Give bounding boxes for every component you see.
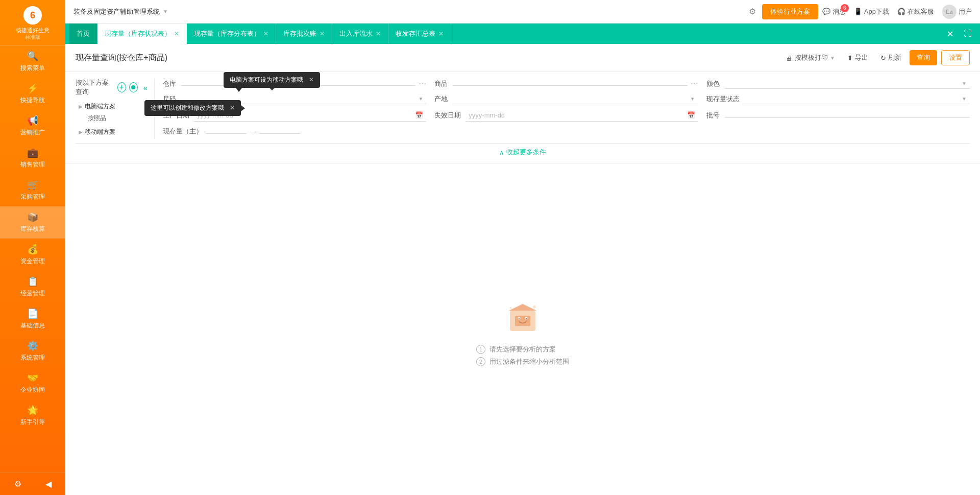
system-dropdown-arrow[interactable]: ▼ (163, 9, 168, 14)
warehouse-dots[interactable]: ··· (419, 78, 426, 89)
settings-bottom-btn[interactable]: ⚙ (12, 477, 23, 491)
mobile-expand-arrow: ▶ (79, 129, 83, 135)
expiry-date-label: 失效日期 (434, 111, 462, 120)
top-header: 装备及固定资产辅助管理系统 ▼ ⚙ 体验行业方案 💬 消息 6 📱 App下载 … (65, 0, 980, 23)
stock-status-select[interactable]: ▼ (743, 94, 970, 104)
close-all-tabs-btn[interactable]: ✕ (943, 27, 958, 41)
hint-text-1: 请先选择要分析的方案 (489, 345, 556, 354)
svg-point-7 (510, 307, 512, 309)
tab-inventory-status-close[interactable]: ✕ (174, 30, 179, 37)
origin-select[interactable]: ▼ (453, 94, 698, 104)
sidebar-item-enterprise[interactable]: 🤝 企业协同 (0, 367, 65, 399)
sidebar-item-label: 新手引导 (20, 418, 45, 427)
refresh-btn[interactable]: ↻ 刷新 (876, 51, 905, 64)
desktop-scheme-child[interactable]: 按照品 (76, 112, 150, 124)
sales-icon: 💼 (27, 147, 38, 158)
sidebar-item-system[interactable]: ⚙️ 系统管理 (0, 335, 65, 367)
collapse-label: 收起更多条件 (506, 148, 546, 157)
maximize-btn[interactable]: ⛶ (960, 27, 976, 41)
tab-inout-close[interactable]: ✕ (376, 30, 381, 37)
hint-num-2: 2 (476, 357, 485, 366)
sidebar-item-basic[interactable]: 📄 基础信息 (0, 303, 65, 335)
tab-home[interactable]: 首页 (69, 23, 97, 44)
message-btn[interactable]: 💬 消息 6 (822, 7, 846, 16)
sidebar-item-guide[interactable]: 🌟 新手引导 (0, 399, 65, 432)
search-button[interactable]: 查询 (910, 50, 937, 65)
message-icon: 💬 (822, 8, 830, 15)
mobile-scheme-item[interactable]: ▶ 移动端方案 (76, 126, 150, 138)
empty-hint-1: 1 请先选择要分析的方案 (476, 345, 569, 354)
filter-header: 按以下方案查询 + « (76, 78, 150, 97)
stock-status-label: 现存量状态 (706, 95, 740, 104)
sidebar-item-label: 系统管理 (20, 353, 45, 362)
expiry-date-input[interactable]: yyyy-mm-dd 📅 (465, 109, 698, 122)
template-print-label: 按模板打印 (795, 53, 828, 62)
filter-field-stock-qty: 现存量（主） — (163, 127, 306, 136)
sidebar-item-operations[interactable]: 📋 经营管理 (0, 271, 65, 303)
sidebar-item-search[interactable]: 🔍 搜索菜单 (0, 45, 65, 78)
back-scheme-btn[interactable]: « (141, 82, 150, 93)
add-scheme-btn[interactable]: + (117, 82, 126, 92)
settings-icon-btn[interactable]: ⚙ (747, 5, 758, 18)
expiry-date-placeholder: yyyy-mm-dd (469, 111, 687, 119)
tab-summary[interactable]: 收发存汇总表 ✕ (388, 23, 451, 44)
empty-hints: 1 请先选择要分析的方案 2 用过滤条件来缩小分析范围 (476, 345, 569, 366)
sidebar-item-nav[interactable]: ⚡ 快捷导航 (0, 78, 65, 110)
industry-button[interactable]: 体验行业方案 (762, 4, 818, 19)
settings-button[interactable]: 设置 (941, 50, 970, 65)
filter-row-3: 生产日期 yyyy-mm-dd 📅 失效日期 yyyy-mm-dd 📅 (163, 109, 970, 122)
desktop-scheme-item[interactable]: ▶ 电脑端方案 (76, 101, 150, 112)
page-actions: 🖨 按模板打印 ▼ ⬆ 导出 ↻ 刷新 查询 设置 (782, 50, 970, 65)
collapse-bar[interactable]: ∧ 收起更多条件 (76, 143, 970, 159)
collapse-sidebar-btn[interactable]: ◀ (43, 477, 54, 491)
header-right: 💬 消息 6 📱 App下载 🎧 在线客服 Ea 用户 (822, 5, 972, 19)
tab-batch[interactable]: 库存批次账 ✕ (276, 23, 332, 44)
sidebar-item-purchase[interactable]: 🛒 采购管理 (0, 174, 65, 206)
template-print-btn[interactable]: 🖨 按模板打印 ▼ (782, 51, 839, 64)
export-btn[interactable]: ⬆ 导出 (843, 51, 872, 64)
batch-label: 批号 (706, 111, 722, 120)
tab-inout[interactable]: 出入库流水 ✕ (332, 23, 388, 44)
tooltip-scheme-close[interactable]: ✕ (309, 76, 314, 83)
goods-dots[interactable]: ··· (691, 78, 698, 89)
prod-date-calendar-icon[interactable]: 📅 (415, 111, 423, 119)
tooltip-create-text: 这里可以创建和修改方案哦 (151, 104, 224, 111)
tab-summary-close[interactable]: ✕ (438, 30, 444, 37)
sidebar-item-sales[interactable]: 💼 销售管理 (0, 142, 65, 174)
expiry-date-calendar-icon[interactable]: 📅 (687, 111, 695, 119)
goods-input[interactable] (453, 81, 687, 86)
stock-qty-min[interactable] (206, 129, 247, 134)
sidebar-item-finance[interactable]: 💰 资金管理 (0, 239, 65, 271)
tooltip-create-close[interactable]: ✕ (230, 104, 235, 111)
sidebar: 6 畅捷通好生意 标准版 🔍 搜索菜单 ⚡ 快捷导航 📢 营销推广 💼 销售管理… (0, 0, 65, 495)
filter-row-4: 现存量（主） — (163, 127, 970, 136)
sidebar-item-label: 资金管理 (20, 257, 45, 266)
batch-input[interactable] (725, 113, 970, 118)
filter-field-origin: 产地 ▼ (434, 94, 698, 104)
online-service-btn[interactable]: 🎧 在线客服 (897, 7, 934, 16)
finance-icon: 💰 (27, 244, 38, 255)
tooltip-scheme-text: 电脑方案可设为移动方案哦 (230, 76, 303, 83)
stock-qty-max[interactable] (259, 129, 300, 134)
stock-status-arrow: ▼ (962, 96, 967, 102)
app-download-btn[interactable]: 📱 App下载 (854, 7, 889, 16)
sidebar-item-marketing[interactable]: 📢 营销推广 (0, 110, 65, 142)
user-btn[interactable]: Ea 用户 (942, 5, 972, 19)
tabs-bar: 首页 现存量（库存状况表） ✕ 现存量（库存分布表） ✕ 库存批次账 ✕ 出入库… (65, 23, 980, 44)
print-dropdown-arrow[interactable]: ▼ (830, 55, 835, 61)
tab-inventory-status[interactable]: 现存量（库存状况表） ✕ (97, 23, 187, 44)
filter-field-color: 颜色 ▼ (706, 79, 970, 89)
edit-scheme-btn[interactable] (129, 82, 138, 92)
filter-row-2: 尺码 ▼ 产地 ▼ (163, 94, 970, 104)
refresh-icon: ↻ (880, 54, 886, 62)
tab-inventory-dist-close[interactable]: ✕ (263, 30, 268, 37)
sidebar-item-inventory[interactable]: 📦 库存核算 (0, 206, 65, 239)
color-select[interactable]: ▼ (725, 79, 970, 89)
tab-batch-close[interactable]: ✕ (320, 30, 325, 37)
sidebar-item-label: 搜索菜单 (20, 64, 45, 73)
avatar-text: Ea (946, 9, 952, 15)
logo-badge: 标准版 (25, 34, 40, 41)
chevron-up-icon: ∧ (499, 149, 504, 156)
tab-inventory-dist[interactable]: 现存量（库存分布表） ✕ (187, 23, 276, 44)
sidebar-nav: 🔍 搜索菜单 ⚡ 快捷导航 📢 营销推广 💼 销售管理 🛒 采购管理 📦 库存核… (0, 45, 65, 473)
